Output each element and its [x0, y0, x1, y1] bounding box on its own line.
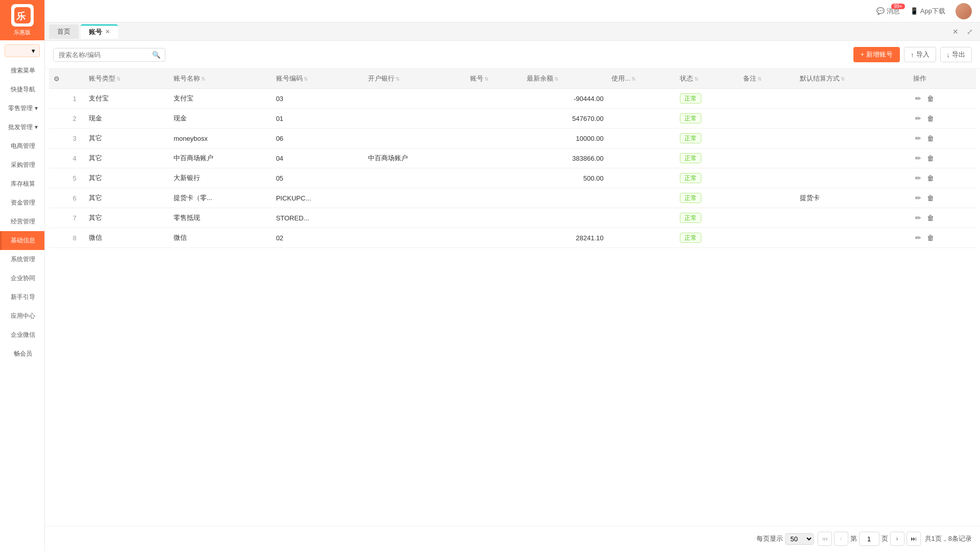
delete-button[interactable]: 🗑	[925, 173, 936, 183]
row-usage	[607, 168, 676, 188]
delete-button[interactable]: 🗑	[925, 133, 936, 143]
col-balance[interactable]: 最新余额⇅	[523, 69, 607, 89]
sidebar-item-15[interactable]: 畅会员	[0, 344, 44, 363]
edit-button[interactable]: ✏	[913, 193, 923, 203]
delete-button[interactable]: 🗑	[925, 93, 936, 104]
export-button[interactable]: ↓ 导出	[940, 47, 972, 62]
row-index: 6	[64, 188, 85, 208]
sidebar-item-9[interactable]: 基础信息	[0, 231, 44, 250]
edit-button[interactable]: ✏	[913, 173, 923, 183]
sidebar-item-5[interactable]: 采购管理	[0, 156, 44, 174]
sidebar-item-1[interactable]: 快捷导航	[0, 80, 44, 99]
col-default-payment[interactable]: 默认结算方式⇅	[796, 69, 909, 89]
sidebar-item-4[interactable]: 电商管理	[0, 137, 44, 156]
sidebar-item-10[interactable]: 系统管理	[0, 250, 44, 269]
row-settings[interactable]	[49, 228, 64, 248]
edit-button[interactable]: ✏	[913, 133, 923, 143]
add-account-button[interactable]: + 新增账号	[853, 47, 900, 62]
table-row: 5 其它 大新银行 05 500.00 正常 ✏ 🗑	[49, 168, 976, 188]
sidebar-search-input[interactable]	[9, 48, 30, 54]
edit-button[interactable]: ✏	[913, 153, 923, 163]
delete-button[interactable]: 🗑	[925, 233, 936, 243]
col-settings[interactable]: ⚙	[49, 69, 64, 89]
col-status[interactable]: 状态⇅	[676, 69, 739, 89]
table-row: 6 其它 提货卡（零... PICKUPC... 正常 提货卡 ✏ 🗑	[49, 188, 976, 208]
tab-home[interactable]: 首页	[49, 24, 79, 39]
sidebar-item-2[interactable]: 零售管理 ▾	[0, 99, 44, 118]
row-type: 其它	[85, 148, 169, 168]
search-button[interactable]: 🔍	[148, 48, 165, 61]
col-usage[interactable]: 使用...⇅	[607, 69, 676, 89]
row-settings[interactable]	[49, 168, 64, 188]
next-page-button[interactable]: ›	[890, 532, 904, 546]
tab-maximize[interactable]: ⤢	[964, 27, 976, 37]
search-box[interactable]: 🔍	[53, 48, 165, 62]
row-balance: -90444.00	[523, 89, 607, 109]
edit-button[interactable]: ✏	[913, 113, 923, 123]
sidebar-item-12[interactable]: 新手引导	[0, 288, 44, 307]
row-name: 支付宝	[169, 89, 272, 109]
sidebar: 乐 乐惠版 ▾ 搜索菜单快捷导航零售管理 ▾批发管理 ▾电商管理采购管理库存核算…	[0, 0, 45, 551]
last-page-button[interactable]: ⏭	[906, 532, 921, 546]
row-settings[interactable]	[49, 109, 64, 129]
row-settings[interactable]	[49, 188, 64, 208]
page-nav: ⏮ ‹ 第 页 › ⏭	[818, 532, 921, 546]
message-icon: 💬	[876, 7, 885, 15]
page-input[interactable]	[859, 532, 879, 546]
row-name: 零售抵现	[169, 208, 272, 228]
row-usage	[607, 89, 676, 109]
app-download-button[interactable]: 📱 App下载	[910, 7, 945, 16]
col-bank[interactable]: 开户银行⇅	[364, 69, 466, 89]
sidebar-item-11[interactable]: 企业协同	[0, 269, 44, 288]
sidebar-item-3[interactable]: 批发管理 ▾	[0, 118, 44, 137]
row-default-payment	[796, 89, 909, 109]
edit-button[interactable]: ✏	[913, 213, 923, 223]
sidebar-item-0[interactable]: 搜索菜单	[0, 61, 44, 80]
col-remark[interactable]: 备注⇅	[739, 69, 796, 89]
topbar: 💬 消息 99+ 📱 App下载	[45, 0, 980, 22]
row-settings[interactable]	[49, 89, 64, 109]
tab-account[interactable]: 账号 ✕	[81, 24, 118, 39]
row-actions: ✏ 🗑	[909, 168, 976, 188]
row-actions: ✏ 🗑	[909, 188, 976, 208]
per-page-label: 每页显示	[756, 534, 783, 543]
user-avatar[interactable]	[955, 3, 972, 19]
edit-button[interactable]: ✏	[913, 233, 923, 243]
per-page-select[interactable]: 50 10 20 100	[785, 533, 814, 545]
sidebar-item-14[interactable]: 企业微信	[0, 325, 44, 344]
row-remark	[739, 188, 796, 208]
table-row: 8 微信 微信 02 28241.10 正常 ✏ 🗑	[49, 228, 976, 248]
col-code[interactable]: 账号编码⇅	[272, 69, 364, 89]
row-usage	[607, 228, 676, 248]
row-code: PICKUPC...	[272, 188, 364, 208]
delete-button[interactable]: 🗑	[925, 193, 936, 203]
sidebar-item-8[interactable]: 经营管理	[0, 212, 44, 231]
row-code: 04	[272, 148, 364, 168]
per-page-selector[interactable]: 每页显示 50 10 20 100	[756, 533, 814, 545]
import-button[interactable]: ↑ 导入	[904, 47, 936, 62]
prev-page-button[interactable]: ‹	[834, 532, 848, 546]
edit-button[interactable]: ✏	[913, 93, 923, 104]
row-settings[interactable]	[49, 129, 64, 148]
col-account[interactable]: 账号⇅	[466, 69, 523, 89]
delete-button[interactable]: 🗑	[925, 113, 936, 123]
row-settings[interactable]	[49, 208, 64, 228]
sidebar-search-box[interactable]: ▾	[5, 44, 40, 57]
row-balance	[523, 208, 607, 228]
delete-button[interactable]: 🗑	[925, 153, 936, 163]
first-page-button[interactable]: ⏮	[818, 532, 832, 546]
col-type[interactable]: 账号类型⇅	[85, 69, 169, 89]
sidebar-item-13[interactable]: 应用中心	[0, 307, 44, 325]
search-input[interactable]	[54, 48, 148, 61]
tab-account-close[interactable]: ✕	[105, 29, 110, 35]
tab-close-all[interactable]: ✕	[949, 27, 962, 37]
col-name[interactable]: 账号名称⇅	[169, 69, 272, 89]
row-settings[interactable]	[49, 148, 64, 168]
row-default-payment	[796, 109, 909, 129]
row-index: 2	[64, 109, 85, 129]
row-type: 支付宝	[85, 89, 169, 109]
sidebar-item-7[interactable]: 资金管理	[0, 193, 44, 212]
sidebar-item-6[interactable]: 库存核算	[0, 174, 44, 193]
delete-button[interactable]: 🗑	[925, 213, 936, 223]
messages-button[interactable]: 💬 消息 99+	[876, 7, 900, 16]
